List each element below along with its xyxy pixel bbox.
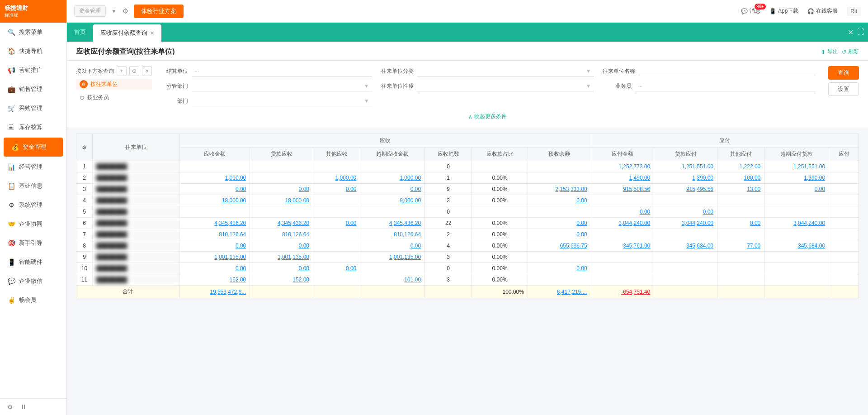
table-cell[interactable]: 0.00 (313, 184, 360, 195)
sidebar-item-inventory[interactable]: 🏛 库存核算 (0, 118, 66, 137)
collapse-more-button[interactable]: ∧ 收起更多条件 (468, 111, 507, 122)
table-cell[interactable]: 0.00 (528, 229, 591, 240)
table-cell[interactable]: 3,044,240.00 (654, 218, 717, 229)
table-cell[interactable]: 810,126.64 (179, 229, 250, 240)
table-cell[interactable]: 1,000.00 (179, 172, 250, 184)
sidebar-item-finance[interactable]: 💰 资金管理 (4, 138, 63, 157)
unit-nature-input[interactable]: ▼ (417, 81, 594, 91)
table-cell[interactable]: 1,000.00 (360, 172, 425, 184)
table-cell[interactable]: 1,251,551.00 (764, 161, 829, 172)
sidebar-item-member[interactable]: ✌ 畅会员 (0, 291, 66, 310)
sidebar-item-search[interactable]: 🔍 搜索菜单 (0, 23, 66, 42)
settlement-unit-input[interactable]: ··· (192, 66, 372, 76)
table-cell[interactable]: 0.00 (250, 263, 313, 274)
salesman-input[interactable]: ··· (635, 81, 816, 91)
table-cell[interactable]: 0.00 (717, 218, 764, 229)
setting-button[interactable]: 设置 (828, 82, 859, 96)
table-cell[interactable]: 915,495.56 (654, 184, 717, 195)
table-cell[interactable]: 0.00 (528, 195, 591, 206)
settings-footer-icon[interactable]: ⚙ (7, 403, 13, 410)
table-cell[interactable]: 4,345,436.20 (250, 218, 313, 229)
sidebar-item-quicknav[interactable]: 🏠 快捷导航 (0, 42, 66, 61)
table-cell[interactable]: 345,761.00 (591, 240, 654, 252)
topbar-dropdown-icon[interactable]: ▼ (111, 8, 117, 14)
table-cell[interactable]: 13.00 (717, 184, 764, 195)
footer-ap-amount[interactable]: -654,751.40 (591, 286, 654, 298)
table-cell[interactable]: 152.00 (179, 274, 250, 286)
export-button[interactable]: ⬆ 导出 (821, 48, 838, 56)
table-cell[interactable]: 0.00 (179, 263, 250, 274)
table-cell[interactable]: 1,390.00 (654, 172, 717, 184)
table-cell[interactable]: 345,684.00 (764, 240, 829, 252)
table-cell[interactable]: 0.00 (179, 240, 250, 252)
table-cell[interactable]: 0.00 (528, 218, 591, 229)
table-cell[interactable]: 0.00 (360, 184, 425, 195)
table-cell[interactable]: 0.00 (591, 206, 654, 218)
department-input[interactable]: ▼ (192, 96, 372, 106)
query-button[interactable]: 查询 (828, 66, 859, 80)
table-cell[interactable]: 100.00 (717, 172, 764, 184)
sidebar-item-marketing[interactable]: 📢 营销推广 (0, 61, 66, 80)
th-settings[interactable]: ⚙ (76, 134, 93, 161)
table-cell[interactable]: 0.00 (360, 240, 425, 252)
refresh-button[interactable]: ↺ 刷新 (842, 48, 859, 56)
sidebar-item-system[interactable]: ⚙ 系统管理 (0, 196, 66, 215)
table-cell[interactable]: 0.00 (654, 206, 717, 218)
sidebar-item-sales[interactable]: 💼 销售管理 (0, 80, 66, 99)
topbar-online-service[interactable]: 🎧 在线客服 (807, 7, 838, 15)
collapse-scheme-button[interactable]: « (142, 66, 152, 76)
table-cell[interactable]: 3,044,240.00 (764, 218, 829, 229)
table-cell[interactable]: 2,153,333.00 (528, 184, 591, 195)
topbar-message[interactable]: 💬 消息 99+ (741, 7, 760, 15)
table-cell[interactable]: 810,126.64 (250, 229, 313, 240)
add-scheme-button[interactable]: + (117, 66, 127, 76)
manage-scheme-button[interactable]: ⊙ (129, 66, 139, 76)
table-cell[interactable]: 655,636.75 (528, 240, 591, 252)
table-cell[interactable]: 101.00 (360, 274, 425, 286)
sidebar-item-wechat[interactable]: 💬 企业微信 (0, 272, 66, 291)
table-cell[interactable]: 4,345,436.20 (179, 218, 250, 229)
filter-option-by-salesman[interactable]: ⊙ 按业务员 (76, 92, 152, 103)
collapse-footer-icon[interactable]: ⏸ (20, 403, 27, 410)
topbar-user-info[interactable]: Rit (847, 7, 861, 16)
table-cell[interactable]: 1,001,135.00 (250, 252, 313, 263)
table-cell[interactable]: 1,490.00 (591, 172, 654, 184)
table-cell[interactable]: 1,390.00 (764, 172, 829, 184)
table-cell[interactable]: 0.00 (313, 263, 360, 274)
sidebar-item-corp[interactable]: 🤝 企业协同 (0, 215, 66, 234)
table-cell[interactable]: 9,000.00 (360, 195, 425, 206)
tab-close-window-icon[interactable]: ✕ (848, 28, 854, 37)
table-cell[interactable]: 0.00 (250, 240, 313, 252)
tab-close-icon[interactable]: ✕ (150, 30, 154, 36)
table-cell[interactable]: 77.00 (717, 240, 764, 252)
table-cell[interactable]: 152.00 (250, 274, 313, 286)
table-cell[interactable]: 0.00 (313, 218, 360, 229)
table-cell[interactable]: 0.00 (179, 184, 250, 195)
table-cell[interactable]: 1,001,135.00 (179, 252, 250, 263)
footer-ar-advance[interactable]: 6,417,215.... (528, 286, 591, 298)
trial-industry-button[interactable]: 体验行业方案 (134, 5, 184, 18)
table-cell[interactable]: 18,000.00 (179, 195, 250, 206)
table-cell[interactable]: 1,251,551.00 (654, 161, 717, 172)
table-cell[interactable]: 0.00 (250, 184, 313, 195)
table-cell[interactable]: 915,508.56 (591, 184, 654, 195)
topbar-app-download[interactable]: 📱 App下载 (769, 7, 798, 15)
topbar-gear-icon[interactable]: ⚙ (122, 7, 128, 15)
sidebar-item-guide[interactable]: 🎯 新手引导 (0, 234, 66, 253)
table-cell[interactable]: 0.00 (528, 263, 591, 274)
table-cell[interactable]: 1,222.00 (717, 161, 764, 172)
table-cell[interactable]: 1,252,773.00 (591, 161, 654, 172)
filter-option-by-unit[interactable]: 财 按往来单位 (76, 79, 152, 90)
table-cell[interactable]: 1,000.00 (313, 172, 360, 184)
sidebar-item-operation[interactable]: 📊 经营管理 (0, 157, 66, 176)
unit-name-input[interactable] (639, 69, 816, 73)
table-cell[interactable]: 18,000.00 (250, 195, 313, 206)
table-cell[interactable]: 810,126.64 (360, 229, 425, 240)
table-cell[interactable]: 0.00 (764, 184, 829, 195)
unit-category-input[interactable]: ▼ (417, 66, 594, 76)
tab-ar[interactable]: 应收应付余额查询 ✕ (93, 24, 161, 42)
table-cell[interactable]: 345,684.00 (654, 240, 717, 252)
table-cell[interactable]: 1,001,135.00 (360, 252, 425, 263)
tab-expand-icon[interactable]: ⛶ (857, 28, 864, 36)
sidebar-item-hardware[interactable]: 📱 智能硬件 (0, 253, 66, 272)
